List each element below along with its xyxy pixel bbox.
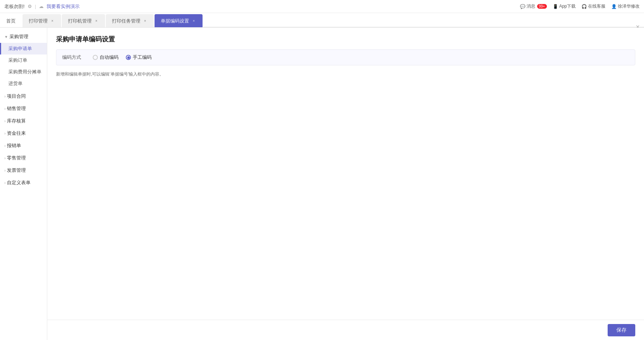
- sidebar: ▼ 采购管理 采购申请单 采购订单 采购费用分摊单 进货单 › 项目合同 › 销…: [0, 28, 47, 340]
- top-bar: 老板勿割! ⚙ | ☁ 我要看实例演示 💬 消息 99+ 📱 App下载 🎧 在…: [0, 0, 644, 13]
- content-footer: 保存: [47, 320, 644, 340]
- capital-label: 资金往来: [7, 130, 26, 137]
- purchase-expense-label: 采购费用分摊单: [8, 69, 41, 74]
- radio-group: 自动编码 手工编码: [93, 54, 152, 61]
- sales-label: 销售管理: [7, 105, 26, 112]
- tab-home-label: 首页: [6, 18, 16, 24]
- chat-icon: 💬: [520, 4, 525, 9]
- sidebar-group-project-contract[interactable]: › 项目合同: [0, 90, 47, 102]
- tab-print-mgmt-close[interactable]: ×: [50, 19, 55, 24]
- tab-bar: 首页 打印管理 × 打印机管理 × 打印任务管理 × 单据编码设置 × ×: [0, 13, 644, 28]
- custom-form-label: 自定义表单: [7, 179, 31, 186]
- logo-text: 老板勿割!: [4, 3, 25, 10]
- auto-code-radio-circle[interactable]: [93, 55, 98, 60]
- sidebar-group-custom-form[interactable]: › 自定义表单: [0, 177, 47, 189]
- app-download-item[interactable]: 📱 App下载: [553, 3, 576, 9]
- retail-arrow-icon: ›: [4, 156, 5, 160]
- tab-printer-mgmt-close[interactable]: ×: [94, 19, 99, 24]
- purchase-order-label: 采购订单: [8, 57, 27, 63]
- tab-printer-mgmt-label: 打印机管理: [68, 18, 92, 24]
- main-content: 采购申请单编码设置 编码方式 自动编码 手工编码 新增和编辑单据时,可以编辑'单…: [47, 28, 644, 340]
- purchase-group-label: 采购管理: [9, 33, 28, 40]
- capital-arrow-icon: ›: [4, 131, 5, 135]
- tab-print-mgmt-label: 打印管理: [29, 18, 48, 24]
- sidebar-group-inventory[interactable]: › 库存核算: [0, 115, 47, 127]
- purchase-request-label: 采购申请单: [8, 46, 32, 51]
- tab-print-task-label: 打印任务管理: [112, 18, 140, 24]
- manual-code-label: 手工编码: [133, 54, 152, 61]
- top-bar-left: 老板勿割! ⚙ | ☁ 我要看实例演示: [4, 3, 80, 10]
- invoice-label: 发票管理: [7, 167, 26, 174]
- page-title: 采购申请单编码设置: [56, 35, 635, 44]
- sidebar-group-return[interactable]: › 报销单: [0, 139, 47, 152]
- custom-form-arrow-icon: ›: [4, 181, 5, 185]
- sidebar-item-stock-in[interactable]: 进货单: [0, 78, 47, 89]
- app-download-label: App下载: [559, 3, 576, 9]
- headphone-icon: 🎧: [581, 4, 587, 9]
- project-contract-arrow-icon: ›: [4, 94, 5, 98]
- return-arrow-icon: ›: [4, 144, 5, 148]
- user-item[interactable]: 👤 徐泽华修改: [611, 3, 640, 9]
- radio-manual-code[interactable]: 手工编码: [126, 54, 152, 61]
- sidebar-group-sales[interactable]: › 销售管理: [0, 102, 47, 115]
- return-label: 报销单: [7, 142, 21, 149]
- settings-icon[interactable]: ⚙: [28, 4, 32, 9]
- sidebar-group-capital[interactable]: › 资金往来: [0, 127, 47, 139]
- message-label: 消息: [527, 3, 535, 9]
- auto-code-label: 自动编码: [100, 54, 119, 61]
- service-label: 在线客服: [588, 3, 605, 9]
- service-item[interactable]: 🎧 在线客服: [581, 3, 605, 9]
- tab-single-code-label: 单据编码设置: [161, 18, 189, 24]
- save-button[interactable]: 保存: [608, 324, 635, 336]
- radio-auto-code[interactable]: 自动编码: [93, 54, 119, 61]
- sidebar-group-retail[interactable]: › 零售管理: [0, 152, 47, 164]
- main-layout: ▼ 采购管理 采购申请单 采购订单 采购费用分摊单 进货单 › 项目合同 › 销…: [0, 28, 644, 340]
- tab-print-task-close[interactable]: ×: [143, 19, 148, 24]
- inventory-arrow-icon: ›: [4, 119, 5, 123]
- sidebar-group-invoice[interactable]: › 发票管理: [0, 164, 47, 177]
- inventory-label: 库存核算: [7, 118, 26, 124]
- sidebar-item-purchase-order[interactable]: 采购订单: [0, 54, 47, 66]
- sidebar-item-purchase-expense[interactable]: 采购费用分摊单: [0, 66, 47, 78]
- purchase-arrow-icon: ▼: [4, 35, 8, 39]
- hint-text: 新增和编辑单据时,可以编辑'单据编号'输入框中的内容。: [56, 71, 635, 77]
- top-bar-right: 💬 消息 99+ 📱 App下载 🎧 在线客服 👤 徐泽华修改: [520, 3, 640, 9]
- app-icon: 📱: [553, 4, 558, 9]
- sidebar-item-purchase-request[interactable]: 采购申请单: [0, 43, 47, 54]
- sales-arrow-icon: ›: [4, 107, 5, 111]
- tab-print-mgmt[interactable]: 打印管理 ×: [23, 14, 61, 27]
- sidebar-group-purchase-title[interactable]: ▼ 采购管理: [0, 31, 47, 43]
- tab-single-code[interactable]: 单据编码设置 ×: [155, 14, 203, 27]
- manual-code-radio-circle[interactable]: [126, 55, 131, 60]
- project-contract-label: 项目合同: [7, 93, 26, 100]
- content-body: 采购申请单编码设置 编码方式 自动编码 手工编码 新增和编辑单据时,可以编辑'单…: [47, 28, 644, 320]
- retail-label: 零售管理: [7, 155, 26, 161]
- tab-print-task[interactable]: 打印任务管理 ×: [106, 14, 154, 27]
- sidebar-group-purchase: ▼ 采购管理 采购申请单 采购订单 采购费用分摊单 进货单: [0, 31, 47, 89]
- tab-single-code-close[interactable]: ×: [191, 19, 196, 24]
- tab-printer-mgmt[interactable]: 打印机管理 ×: [62, 14, 105, 27]
- demo-link[interactable]: 我要看实例演示: [47, 3, 80, 10]
- cloud-icon: ☁: [39, 4, 44, 9]
- message-item[interactable]: 💬 消息 99+: [520, 3, 547, 9]
- invoice-arrow-icon: ›: [4, 169, 5, 173]
- encoding-label: 编码方式: [62, 54, 84, 61]
- encoding-section: 编码方式 自动编码 手工编码: [56, 49, 635, 65]
- tab-home[interactable]: 首页: [0, 14, 22, 27]
- message-badge: 99+: [537, 4, 547, 9]
- user-name: 徐泽华修改: [618, 3, 640, 9]
- user-avatar-icon: 👤: [611, 4, 617, 9]
- stock-in-label: 进货单: [8, 81, 23, 86]
